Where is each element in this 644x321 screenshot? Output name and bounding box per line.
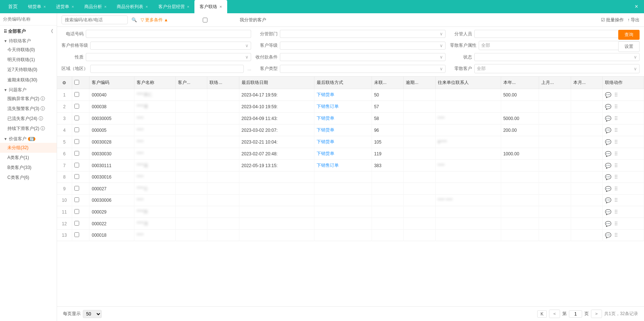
close-all-tabs[interactable]: ×: [632, 3, 641, 10]
export-btn[interactable]: ↑ 导出: [627, 17, 640, 23]
filter-manager-input[interactable]: [474, 30, 632, 38]
tab-goods-analysis-list[interactable]: 商品分析列表 ×: [112, 0, 153, 13]
cell-checkbox[interactable]: [72, 124, 89, 136]
close-goods-analysis-list-tab[interactable]: ×: [145, 4, 148, 9]
more-actions-icon[interactable]: ⠿: [614, 127, 618, 133]
row-checkbox[interactable]: [74, 92, 79, 97]
page-size-select[interactable]: 20 50 100: [83, 310, 102, 318]
my-customers-checkbox[interactable]: [172, 18, 238, 22]
tab-sales[interactable]: 销货单 ×: [23, 0, 51, 13]
tab-customer-segment[interactable]: 客户分层经营 ×: [153, 0, 194, 13]
filter-cust-level-select[interactable]: ∨: [280, 42, 445, 50]
more-conditions-btn[interactable]: ▽ 更多条件 ▲: [141, 17, 168, 23]
sidebar-item-class-b[interactable]: B类客户(33): [0, 163, 57, 173]
sidebar-item-declining[interactable]: 持续下滑客户(2) ⓘ: [0, 124, 57, 134]
filter-retail-cust-select[interactable]: 全部 ∨: [474, 64, 640, 73]
more-actions-icon[interactable]: ⠿: [614, 221, 618, 227]
row-checkbox[interactable]: [74, 186, 79, 191]
cell-checkbox[interactable]: [72, 218, 89, 230]
filter-cust-type-select[interactable]: ∨: [280, 65, 445, 73]
next-page-btn[interactable]: ＞: [591, 310, 602, 318]
close-customer-contact-tab[interactable]: ×: [219, 4, 222, 9]
more-actions-icon[interactable]: ⠿: [614, 232, 618, 238]
close-customer-segment-tab[interactable]: ×: [187, 4, 189, 9]
sidebar-item-class-c[interactable]: C类客户(6): [0, 173, 57, 183]
contact-icon[interactable]: 💬: [605, 232, 611, 238]
cell-checkbox[interactable]: [72, 89, 89, 101]
contact-icon[interactable]: 💬: [605, 116, 611, 121]
prev-page-btn[interactable]: ＜: [549, 310, 560, 318]
row-checkbox[interactable]: [74, 116, 79, 120]
more-actions-icon[interactable]: ⠿: [614, 174, 618, 180]
contact-icon[interactable]: 💬: [605, 139, 611, 145]
close-purchase-tab[interactable]: ×: [71, 4, 74, 9]
contact-icon[interactable]: 💬: [605, 209, 611, 215]
pending-contact-section[interactable]: ▼ 待联络客户: [0, 36, 57, 45]
cell-checkbox[interactable]: [72, 230, 89, 241]
sidebar-item-abnormal[interactable]: 囤购异常客户(2) ⓘ: [0, 94, 57, 104]
filter-phone-input[interactable]: [86, 30, 251, 38]
row-checkbox[interactable]: [74, 151, 79, 156]
batch-operation-btn[interactable]: ☑ 批量操作: [601, 17, 624, 23]
filter-payment-select[interactable]: ∨: [280, 53, 445, 61]
sidebar-item-7days-pending[interactable]: 近7天待联络(0): [0, 65, 57, 75]
filter-retail-attr-select[interactable]: 全部 ∨: [479, 41, 640, 50]
more-actions-icon[interactable]: ⠿: [614, 116, 618, 121]
filter-dept-select[interactable]: ∨: [280, 30, 445, 38]
more-actions-icon[interactable]: ⠿: [614, 139, 618, 145]
page-number-input[interactable]: [569, 310, 582, 318]
filter-region-input[interactable]: [90, 65, 244, 73]
row-checkbox[interactable]: [74, 163, 79, 167]
cell-checkbox[interactable]: [72, 113, 89, 124]
sidebar-item-overdue-contact[interactable]: 逾期未联络(30): [0, 75, 57, 85]
sidebar-item-churn-warning[interactable]: 流失预警客户(3) ⓘ: [0, 104, 57, 114]
more-actions-icon[interactable]: ⠿: [614, 197, 618, 203]
contact-icon[interactable]: 💬: [605, 127, 611, 133]
row-checkbox[interactable]: [74, 232, 79, 237]
contact-icon[interactable]: 💬: [605, 104, 611, 110]
cell-checkbox[interactable]: [72, 148, 89, 160]
th-checkbox[interactable]: [72, 77, 89, 89]
row-checkbox[interactable]: [74, 197, 79, 202]
all-customers-header[interactable]: ⠿ 全部客户 《: [0, 25, 57, 36]
cell-checkbox[interactable]: [72, 183, 89, 195]
contact-icon[interactable]: 💬: [605, 197, 611, 203]
contact-icon[interactable]: 💬: [605, 163, 611, 169]
th-settings[interactable]: ⚙: [57, 77, 72, 89]
sidebar-item-tomorrow-pending[interactable]: 明天待联络(1): [0, 55, 57, 65]
tab-goods-analysis[interactable]: 商品分析 ×: [79, 0, 112, 13]
sidebar-item-churned[interactable]: 已流失客户(24) ⓘ: [0, 114, 57, 124]
close-sales-tab[interactable]: ×: [43, 4, 46, 9]
more-actions-icon[interactable]: ⠿: [614, 104, 618, 110]
reset-button[interactable]: 设置: [618, 41, 640, 52]
filter-region-more-icon[interactable]: ...: [247, 66, 251, 71]
more-actions-icon[interactable]: ⠿: [614, 163, 618, 169]
contact-icon[interactable]: 💬: [605, 186, 611, 192]
contact-icon[interactable]: 💬: [605, 151, 611, 157]
query-button[interactable]: 查询: [618, 30, 640, 40]
cell-checkbox[interactable]: [72, 172, 89, 183]
filter-gender-select[interactable]: ∨: [86, 53, 251, 61]
problem-customers-section[interactable]: ▼ 问题客户: [0, 85, 57, 94]
row-checkbox[interactable]: [74, 174, 79, 179]
filter-price-level-select[interactable]: ∨: [90, 42, 251, 50]
cell-checkbox[interactable]: [72, 195, 89, 206]
select-all-checkbox[interactable]: [74, 80, 79, 85]
contact-icon[interactable]: 💬: [605, 221, 611, 227]
more-actions-icon[interactable]: ⠿: [614, 209, 618, 215]
category-search-input[interactable]: [3, 17, 57, 22]
cell-checkbox[interactable]: [72, 206, 89, 218]
cell-checkbox[interactable]: [72, 101, 89, 113]
tab-purchase[interactable]: 进货单 ×: [51, 0, 79, 13]
search-input[interactable]: [61, 15, 128, 24]
tab-customer-contact[interactable]: 客户联络 ×: [194, 0, 227, 13]
contact-icon[interactable]: 💬: [605, 92, 611, 98]
row-checkbox[interactable]: [74, 221, 79, 226]
more-actions-icon[interactable]: ⠿: [614, 186, 618, 192]
row-checkbox[interactable]: [74, 209, 79, 214]
first-page-btn[interactable]: K: [537, 310, 547, 318]
row-checkbox[interactable]: [74, 139, 79, 144]
row-checkbox[interactable]: [74, 127, 79, 132]
tab-home[interactable]: 首页: [3, 0, 23, 13]
contact-icon[interactable]: 💬: [605, 174, 611, 180]
